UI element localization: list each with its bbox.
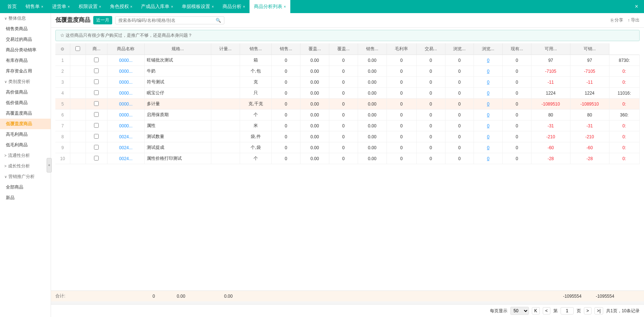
row-checkbox-input-4[interactable] <box>94 101 99 106</box>
nav-close-purchase[interactable]: × <box>68 5 70 9</box>
row-checkbox-input-7[interactable] <box>94 134 99 139</box>
row-browse1-1[interactable]: 0 <box>474 66 503 77</box>
nav-product-analysis[interactable]: 商品分析 × <box>218 0 250 13</box>
row-available-5: 80 <box>570 110 609 120</box>
sidebar-collapse-btn[interactable]: « <box>47 158 52 173</box>
th-browse2[interactable]: 浏览... <box>474 43 503 55</box>
nav-sales[interactable]: 销售单 × <box>21 0 48 13</box>
row-code-2: 0000... <box>107 77 144 88</box>
nav-permissions[interactable]: 权限设置 × <box>74 0 106 13</box>
sidebar-item-all-goods[interactable]: 全部商品 <box>0 182 51 193</box>
sidebar-item-high-margin[interactable]: 高毛利商品 <box>0 129 51 140</box>
sidebar-item-sales-goods[interactable]: 销售类商品 <box>0 24 51 34</box>
row-browse1-7[interactable]: 0 <box>474 131 503 142</box>
row-sales-amount-0: 0.00 <box>301 55 329 66</box>
th-settings[interactable]: ⚙ <box>55 43 70 55</box>
row-browse1-4[interactable]: 0 <box>474 99 503 110</box>
sidebar-item-new-goods[interactable]: 新品 <box>0 193 51 203</box>
sidebar-item-capital[interactable]: 库存资金占用 <box>0 66 51 76</box>
th-sales-amount[interactable]: 销售... <box>272 43 301 55</box>
sidebar-item-category-rate[interactable]: 商品分类动销率 <box>0 45 51 55</box>
search-input[interactable] <box>118 18 214 23</box>
sidebar-section-liquidity[interactable]: > 流通性分析 <box>0 150 51 161</box>
row-current-0: 97 <box>531 55 570 66</box>
row-browse1-2[interactable]: 0 <box>474 77 503 88</box>
row-checkbox-input-8[interactable] <box>94 145 99 150</box>
export-button[interactable]: ↑ 导出 <box>628 17 640 23</box>
row-browse1-5[interactable]: 0 <box>474 110 503 120</box>
row-checkbox-input-1[interactable] <box>94 68 99 73</box>
th-current[interactable]: 现有... <box>503 43 531 55</box>
row-checkbox-input-2[interactable] <box>94 79 99 84</box>
row-browse1-0[interactable]: 0 <box>474 55 503 66</box>
th-name[interactable]: 商品名称 <box>107 43 144 55</box>
th-coverage2[interactable]: 覆盖... <box>329 43 358 55</box>
nav-close-finished[interactable]: × <box>171 5 173 9</box>
th-gross-rate[interactable]: 毛利率 <box>386 43 416 55</box>
row-checkbox-input-9[interactable] <box>94 156 99 161</box>
per-page-select[interactable]: 50 20 100 <box>510 307 529 315</box>
row-name-4: 多计量 <box>145 99 211 110</box>
row-checkbox-input-3[interactable] <box>94 90 99 95</box>
next-page-btn[interactable]: > <box>584 307 592 314</box>
th-transaction[interactable]: 交易... <box>416 43 445 55</box>
th-browse1[interactable]: 浏览... <box>445 43 474 55</box>
prev-page-btn[interactable]: < <box>543 307 550 314</box>
share-button[interactable]: ⎘ 分享 <box>611 17 623 23</box>
sidebar-section-growth[interactable]: > 成长性分析 <box>0 161 51 171</box>
sidebar-item-stock-goods[interactable]: 有库存商品 <box>0 55 51 66</box>
th-spec[interactable]: 规格... <box>145 43 211 55</box>
row-checkbox-input-5[interactable] <box>94 112 99 117</box>
settings-icon[interactable]: ⚙ <box>60 47 64 52</box>
nav-home[interactable]: 首页 <box>3 0 21 13</box>
row-coverage1-9: 0 <box>329 153 358 164</box>
nav-roles[interactable]: 角色授权 × <box>106 0 137 13</box>
window-close-button[interactable]: × <box>632 3 641 10</box>
row-transaction-6: 0 <box>445 120 474 131</box>
th-sellable[interactable]: 可销... <box>570 43 609 55</box>
row-name-1: 牛奶 <box>145 66 211 77</box>
row-checkbox-input-6[interactable] <box>94 123 99 128</box>
nav-finished-goods[interactable]: 产成品入库单 × <box>137 0 177 13</box>
row-browse1-3[interactable]: 0 <box>474 88 503 99</box>
th-unit[interactable]: 计量... <box>211 43 240 55</box>
sidebar-section-category[interactable]: ∨ 类别度分析 <box>0 76 51 87</box>
row-checkbox-input-0[interactable] <box>94 58 99 62</box>
th-code[interactable]: 商... <box>86 43 107 55</box>
sidebar-item-traded-goods[interactable]: 交易过的商品 <box>0 34 51 45</box>
sidebar-section-overall[interactable]: ∨ 整体信息 <box>0 13 51 24</box>
sidebar-item-low-value[interactable]: 低价值商品 <box>0 98 51 108</box>
nav-close-analysis[interactable]: × <box>243 5 245 9</box>
date-filter-button[interactable]: 近一月 <box>93 16 112 24</box>
nav-close-permissions[interactable]: × <box>99 5 101 9</box>
row-sales-qty-1: 0 <box>272 66 301 77</box>
th-available[interactable]: 可用... <box>531 43 570 55</box>
nav-close-analysis-list[interactable]: × <box>284 5 286 9</box>
page-number-input[interactable] <box>561 307 574 314</box>
nav-close-sales[interactable]: × <box>41 5 43 9</box>
first-page-btn[interactable]: K <box>532 307 540 314</box>
row-browse1-8[interactable]: 0 <box>474 142 503 153</box>
row-coverage1-6: 0 <box>329 120 358 131</box>
nav-templates[interactable]: 单据模板设置 × <box>177 0 218 13</box>
th-coverage1[interactable]: 覆盖... <box>301 43 329 55</box>
nav-close-roles[interactable]: × <box>130 5 133 9</box>
row-browse1-6[interactable]: 0 <box>474 120 503 131</box>
info-banner: ☆ 这些商品只有很少客户购买过，是推广不够，还是商品本身问题？ <box>55 30 640 41</box>
nav-analysis-list[interactable]: 商品分析列表 × <box>250 0 290 13</box>
select-all-checkbox[interactable] <box>75 46 80 51</box>
row-browse1-9[interactable]: 0 <box>474 153 503 164</box>
export-icon: ↑ <box>628 18 630 23</box>
nav-purchase[interactable]: 进货单 × <box>48 0 74 13</box>
sidebar-item-high-coverage[interactable]: 高覆盖度商品 <box>0 108 51 119</box>
last-page-btn[interactable]: >| <box>594 307 603 314</box>
sidebar-item-low-margin[interactable]: 低毛利商品 <box>0 140 51 150</box>
th-sales-qty[interactable]: 销售... <box>240 43 272 55</box>
sidebar-section-marketing[interactable]: ∨ 营销推广分析 <box>0 171 51 182</box>
horizontal-scrollbar[interactable] <box>51 301 644 304</box>
nav-close-templates[interactable]: × <box>212 5 214 9</box>
sidebar-item-low-coverage[interactable]: 低覆盖度商品 <box>0 119 51 129</box>
sidebar-item-high-value[interactable]: 高价值商品 <box>0 87 51 98</box>
table-row: 3 0000... 符号测试 克 0 0.00 0 0.00 0 0 0 0 0… <box>55 77 640 88</box>
th-sales3[interactable]: 销售... <box>358 43 386 55</box>
